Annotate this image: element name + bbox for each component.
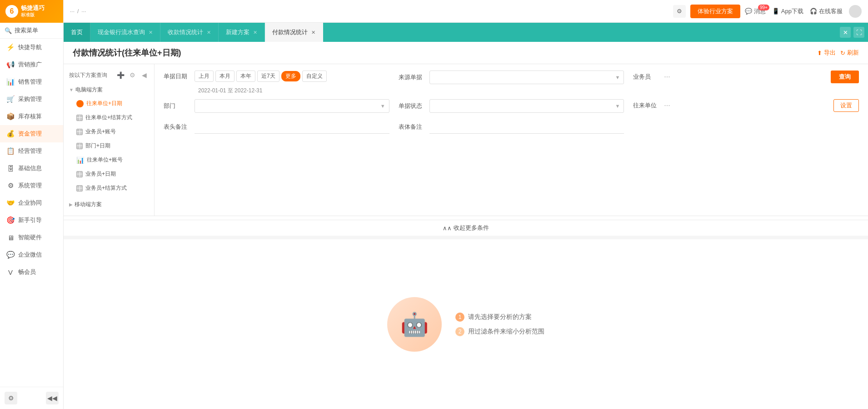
messages-button[interactable]: 💬 消息 99+ <box>745 7 766 15</box>
scheme-item-staff-settle[interactable]: 业务员+结算方式 <box>64 181 154 195</box>
filter-row-1: 单据日期 上月 本月 本年 近7天 更多 自定义 来源单据 <box>164 71 859 84</box>
dept-select[interactable]: ▼ <box>195 99 389 113</box>
sidebar-item-label: 畅会员 <box>18 268 36 276</box>
sidebar-item-basic[interactable]: 🗄 基础信息 <box>0 160 63 177</box>
related-unit-dots-button[interactable]: ··· <box>664 101 670 110</box>
sidebar-item-quick-nav[interactable]: ⚡ 快捷导航 <box>0 39 63 56</box>
scheme-settings-button[interactable]: ⚙ <box>128 71 137 80</box>
tab-home[interactable]: 首页 <box>64 23 90 42</box>
tab-home-label: 首页 <box>71 28 83 36</box>
sidebar-item-marketing[interactable]: 📢 营销推广 <box>0 56 63 73</box>
settings-button[interactable]: ⚙ <box>5 392 17 404</box>
refresh-button[interactable]: ↻ 刷新 <box>840 49 859 57</box>
tip-text-1: 请先选择要分析的方案 <box>468 313 532 321</box>
tab-payment-stats-close[interactable]: ✕ <box>311 30 315 35</box>
scheme-table-icon <box>76 143 83 149</box>
settings-button[interactable]: 设置 <box>833 99 859 112</box>
scheme-table-icon <box>76 129 83 135</box>
tab-payment-stats[interactable]: 付款情况统计 ✕ <box>265 23 323 42</box>
date-btn-more[interactable]: 更多 <box>281 71 300 81</box>
scheme-item-dept-date[interactable]: 部门+日期 <box>64 139 154 153</box>
header-note-input[interactable] <box>195 120 389 134</box>
tab-receipt-stats-label: 收款情况统计 <box>168 28 203 36</box>
scheme-collapse-button[interactable]: ◀ <box>140 71 149 80</box>
sidebar-item-sales[interactable]: 📊 销售管理 <box>0 73 63 91</box>
scheme-item-unit-account[interactable]: 📊 往来单位+账号 <box>64 153 154 167</box>
messages-badge: 99+ <box>758 5 769 10</box>
tab-fullscreen-button[interactable]: ⛶ <box>853 27 864 38</box>
content-area: 付款情况统计(往来单位+日期) ⬆ 导出 ↻ 刷新 按以下方案查询 <box>64 42 868 409</box>
service-icon: 🎧 <box>810 8 817 15</box>
scheme-pc-category[interactable]: ▼ 电脑端方案 <box>64 83 154 96</box>
breadcrumb-item: ··· <box>70 8 75 15</box>
user-avatar[interactable] <box>849 5 862 18</box>
search-menu-label: 搜索菜单 <box>15 26 38 35</box>
tab-new-scheme[interactable]: 新建方案 ✕ <box>219 23 265 42</box>
system-icon: ⚙ <box>6 182 15 190</box>
sidebar-item-purchase[interactable]: 🛒 采购管理 <box>0 91 63 108</box>
staff-label: 业务员 <box>633 73 660 81</box>
quick-nav-icon: ⚡ <box>6 43 15 51</box>
tab-bank-flow[interactable]: 现金银行流水查询 ✕ <box>90 23 160 42</box>
search-menu[interactable]: 🔍 搜索菜单 <box>0 23 63 39</box>
topbar-gear-button[interactable]: ⚙ <box>673 5 686 18</box>
tab-new-scheme-close[interactable]: ✕ <box>253 30 257 35</box>
date-btn-7days[interactable]: 近7天 <box>257 71 279 82</box>
page-actions: ⬆ 导出 ↻ 刷新 <box>817 49 859 57</box>
date-btn-this-month[interactable]: 本月 <box>215 71 234 82</box>
scheme-item-label: 往来单位+日期 <box>86 100 122 107</box>
tab-close-all-button[interactable]: ✕ <box>840 27 851 38</box>
sidebar-item-system[interactable]: ⚙ 系统管理 <box>0 177 63 194</box>
online-service-button[interactable]: 🎧 在线客服 <box>810 7 843 15</box>
refresh-icon: ↻ <box>840 50 845 56</box>
date-buttons: 上月 本月 本年 近7天 更多 自定义 <box>195 71 327 82</box>
sidebar-collapse-button[interactable]: ◀◀ <box>46 392 59 404</box>
filter-group-staff: 业务员 ··· 查询 <box>633 71 859 83</box>
staff-dots-button[interactable]: ··· <box>664 73 670 81</box>
inventory-icon: 📦 <box>6 112 15 121</box>
scheme-query-label: 按以下方案查询 <box>69 71 107 79</box>
scheme-item-label: 往来单位+账号 <box>87 156 123 164</box>
sidebar-item-member[interactable]: V 畅会员 <box>0 263 63 281</box>
scheme-mobile-category[interactable]: ▶ 移动端方案 <box>64 198 154 211</box>
date-btn-last-month[interactable]: 上月 <box>195 71 214 82</box>
scheme-item-unit-settle[interactable]: 往来单位+结算方式 <box>64 111 154 125</box>
source-doc-select[interactable]: ▼ <box>429 71 624 84</box>
pc-category-arrow: ▼ <box>69 87 74 92</box>
scheme-table-icon <box>76 185 83 192</box>
source-doc-arrow: ▼ <box>615 75 620 80</box>
scheme-item-staff-account[interactable]: 业务员+账号 <box>64 125 154 139</box>
sidebar-item-label: 库存核算 <box>18 112 42 121</box>
tab-receipt-stats-close[interactable]: ✕ <box>207 30 211 35</box>
collapse-bar[interactable]: ∧∧ 收起更多条件 <box>64 220 868 236</box>
export-button[interactable]: ⬆ 导出 <box>817 49 836 57</box>
doc-status-select[interactable]: ▼ <box>429 99 624 113</box>
tab-receipt-stats[interactable]: 收款情况统计 ✕ <box>160 23 219 42</box>
breadcrumb-item: ··· <box>81 8 86 15</box>
date-btn-custom[interactable]: 自定义 <box>302 71 327 82</box>
sidebar-item-enterprise[interactable]: 🤝 企业协同 <box>0 194 63 212</box>
body-note-input[interactable] <box>429 120 624 134</box>
sidebar-item-operation[interactable]: 📋 经营管理 <box>0 142 63 160</box>
scheme-item-staff-date[interactable]: 业务员+日期 <box>64 167 154 181</box>
scheme-add-button[interactable]: ➕ <box>116 71 125 80</box>
mobile-category-label: 移动端方案 <box>75 201 102 208</box>
hardware-icon: 🖥 <box>6 233 15 242</box>
guide-icon: 🎯 <box>6 216 15 224</box>
sidebar-item-finance[interactable]: 💰 资金管理 <box>0 125 63 142</box>
tab-bank-flow-close[interactable]: ✕ <box>149 30 153 35</box>
tip-number-2: 2 <box>455 327 464 336</box>
app-download-button[interactable]: 📱 App下载 <box>772 7 803 15</box>
scheme-item-unit-date[interactable]: 往来单位+日期 <box>64 96 154 111</box>
filter-group-doc-status: 单据状态 ▼ <box>399 99 624 113</box>
sidebar-item-wechat[interactable]: 💬 企业微信 <box>0 246 63 263</box>
sidebar-item-inventory[interactable]: 📦 库存核算 <box>0 108 63 125</box>
sidebar-item-hardware[interactable]: 🖥 智能硬件 <box>0 229 63 246</box>
filter-group-source: 来源单据 ▼ <box>399 71 624 84</box>
sidebar-item-guide[interactable]: 🎯 新手引导 <box>0 212 63 229</box>
trial-industry-button[interactable]: 体验行业方案 <box>690 5 740 18</box>
query-button[interactable]: 查询 <box>831 71 859 83</box>
breadcrumb: ··· / ··· <box>70 8 668 15</box>
sidebar: 6 畅捷通巧 标准版 🔍 搜索菜单 ⚡ 快捷导航 📢 营销推广 📊 销售管理 🛒… <box>0 0 64 409</box>
date-btn-this-year[interactable]: 本年 <box>236 71 255 82</box>
